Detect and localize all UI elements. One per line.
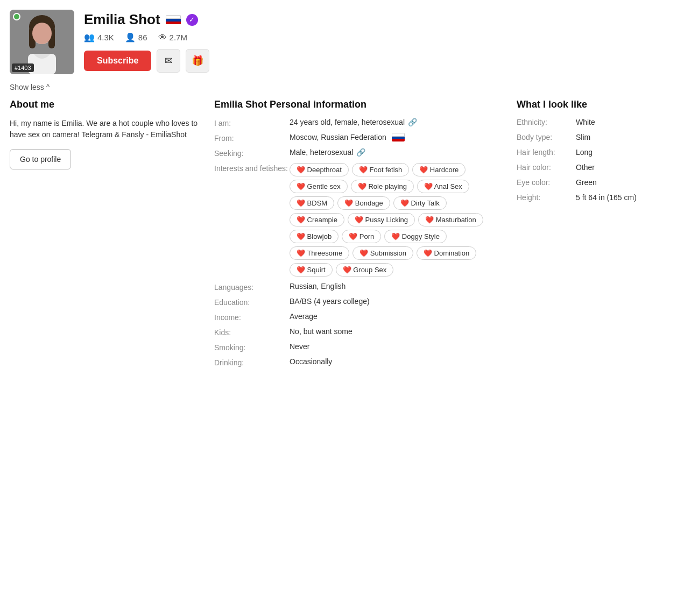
education-row: Education: BA/BS (4 years college) <box>214 297 500 307</box>
fetish-tag: ❤️ Gentle sex <box>290 180 348 193</box>
views-stat: 👁 2.7M <box>158 33 187 43</box>
fetish-tag: ❤️ Role playing <box>351 180 414 193</box>
fetish-tag: ❤️ Hardcore <box>412 163 466 176</box>
from-row: From: Moscow, Russian Federation <box>214 133 500 143</box>
languages-label: Languages: <box>214 282 290 292</box>
drinking-row: Drinking: Occasionally <box>214 357 500 367</box>
fetish-tag: ❤️ Porn <box>342 230 381 243</box>
drinking-value: Occasionally <box>290 357 500 366</box>
verified-badge: ✓ <box>186 14 198 26</box>
flag-russia-from <box>392 133 405 141</box>
following-count: 86 <box>138 33 147 42</box>
hair-length-label: Hair length: <box>517 148 576 157</box>
ethnicity-row: Ethnicity: White <box>517 118 667 126</box>
stats-row: 👥 4.3K 👤 86 👁 2.7M <box>84 32 667 43</box>
income-label: Income: <box>214 312 290 322</box>
avatar-wrap: #1403 <box>10 10 74 74</box>
interests-row: Interests and fetishes: ❤️ Deepthroat❤️ … <box>214 163 500 277</box>
eye-color-value: Green <box>576 178 597 187</box>
profile-name: Emilia Shot <box>84 11 160 28</box>
personal-info-table: I am: 24 years old, female, heterosexual… <box>214 118 500 367</box>
seeking-row: Seeking: Male, heterosexual 🔗 <box>214 148 500 158</box>
following-icon: 👤 <box>125 32 136 43</box>
ethnicity-value: White <box>576 118 595 126</box>
looks-section: What I look like Ethnicity: White Body t… <box>517 99 667 372</box>
profile-name-row: Emilia Shot ✓ <box>84 11 667 28</box>
fetish-tag: ❤️ Threesome <box>290 246 349 260</box>
views-count: 2.7M <box>170 33 187 42</box>
interests-value: ❤️ Deepthroat❤️ Foot fetish❤️ Hardcore❤️… <box>290 163 500 277</box>
avatar-badge: #1403 <box>12 63 34 72</box>
i-am-label: I am: <box>214 118 290 128</box>
svg-point-6 <box>32 23 52 44</box>
chevron-up-icon: ^ <box>46 83 50 91</box>
hair-color-label: Hair color: <box>517 163 576 172</box>
looks-table: Ethnicity: White Body type: Slim Hair le… <box>517 118 667 202</box>
fetish-tag: ❤️ Blowjob <box>290 230 338 243</box>
drinking-label: Drinking: <box>214 357 290 367</box>
languages-row: Languages: Russian, English <box>214 282 500 292</box>
gift-button[interactable]: 🎁 <box>186 49 209 73</box>
i-am-row: I am: 24 years old, female, heterosexual… <box>214 118 500 128</box>
seeking-value: Male, heterosexual 🔗 <box>290 148 500 157</box>
fetish-tag: ❤️ Submission <box>352 246 413 260</box>
message-button[interactable]: ✉ <box>157 49 180 73</box>
fetish-tag: ❤️ Deepthroat <box>290 163 349 176</box>
go-to-profile-button[interactable]: Go to profile <box>10 149 71 169</box>
income-value: Average <box>290 312 500 321</box>
followers-count: 4.3K <box>97 33 114 42</box>
looks-title: What I look like <box>517 99 667 110</box>
fetish-tag: ❤️ BDSM <box>290 196 334 210</box>
height-label: Height: <box>517 193 576 202</box>
kids-row: Kids: No, but want some <box>214 327 500 337</box>
fetish-tag: ❤️ Group Sex <box>336 263 394 277</box>
kids-value: No, but want some <box>290 327 500 336</box>
education-value: BA/BS (4 years college) <box>290 297 500 306</box>
fetish-tag: ❤️ Anal Sex <box>417 180 469 193</box>
link-icon: 🔗 <box>408 118 417 126</box>
education-label: Education: <box>214 297 290 307</box>
hair-color-value: Other <box>576 163 595 172</box>
height-row: Height: 5 ft 64 in (165 cm) <box>517 193 667 202</box>
body-type-row: Body type: Slim <box>517 133 667 141</box>
fetish-tag: ❤️ Masturbation <box>418 213 483 226</box>
followers-stat: 👥 4.3K <box>84 32 114 43</box>
kids-label: Kids: <box>214 327 290 337</box>
online-indicator <box>13 13 20 20</box>
ethnicity-label: Ethnicity: <box>517 118 576 126</box>
smoking-value: Never <box>290 342 500 351</box>
fetish-tag: ❤️ Foot fetish <box>352 163 409 176</box>
fetish-tag: ❤️ Pussy Licking <box>348 213 415 226</box>
profile-info: Emilia Shot ✓ 👥 4.3K 👤 86 👁 2.7M <box>84 11 667 73</box>
link-icon-seeking: 🔗 <box>356 148 365 157</box>
actions-row: Subscribe ✉ 🎁 <box>84 49 667 73</box>
fetish-tag: ❤️ Creampie <box>290 213 344 226</box>
followers-icon: 👥 <box>84 32 95 43</box>
smoking-label: Smoking: <box>214 342 290 352</box>
about-section: About me Hi, my name is Emilia. We are a… <box>10 99 214 372</box>
personal-title: Emilia Shot Personal information <box>214 99 500 110</box>
seeking-label: Seeking: <box>214 148 290 158</box>
income-row: Income: Average <box>214 312 500 322</box>
interests-label: Interests and fetishes: <box>214 163 290 173</box>
from-value: Moscow, Russian Federation <box>290 133 500 141</box>
fetish-tag: ❤️ Domination <box>417 246 476 260</box>
personal-section: Emilia Shot Personal information I am: 2… <box>214 99 517 372</box>
smoking-row: Smoking: Never <box>214 342 500 352</box>
following-stat: 👤 86 <box>125 32 147 43</box>
profile-header: #1403 Emilia Shot ✓ 👥 4.3K 👤 86 👁 2.7M <box>0 0 677 80</box>
about-title: About me <box>10 99 198 110</box>
body-type-value: Slim <box>576 133 590 141</box>
eye-color-label: Eye color: <box>517 178 576 187</box>
from-label: From: <box>214 133 290 143</box>
fetish-tag: ❤️ Bondage <box>337 196 390 210</box>
eye-color-row: Eye color: Green <box>517 178 667 187</box>
languages-value: Russian, English <box>290 282 500 291</box>
hair-length-row: Hair length: Long <box>517 148 667 157</box>
hair-length-value: Long <box>576 148 593 157</box>
fetish-tag: ❤️ Squirt <box>290 263 333 277</box>
subscribe-button[interactable]: Subscribe <box>84 51 151 71</box>
fetish-tag: ❤️ Dirty Talk <box>393 196 447 210</box>
fetish-tag: ❤️ Doggy Style <box>384 230 447 243</box>
show-less-button[interactable]: Show less ^ <box>0 80 677 99</box>
